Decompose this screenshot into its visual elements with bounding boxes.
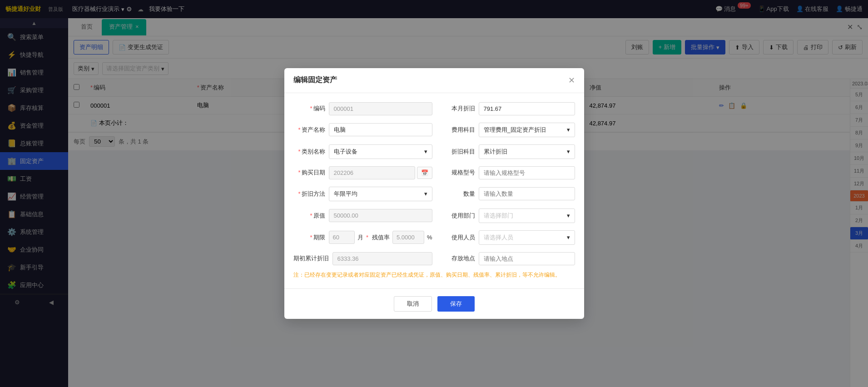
monthly-dep-input[interactable] bbox=[479, 102, 575, 115]
code-label: *编码 bbox=[293, 104, 325, 113]
form-item-period: *期限 月 * 残值率 % bbox=[293, 230, 432, 245]
opening-dep-label: 期初累计折旧 bbox=[293, 254, 329, 263]
original-value-input[interactable] bbox=[329, 209, 432, 222]
user-select[interactable]: 请选择人员 ▾ bbox=[479, 230, 575, 245]
chevron-down-icon: ▾ bbox=[567, 148, 570, 155]
form-item-asset-name: *资产名称 bbox=[293, 123, 432, 137]
form-item-user: 使用人员 请选择人员 ▾ bbox=[443, 230, 575, 245]
period-label: *期限 bbox=[293, 233, 325, 242]
modal-title: 编辑固定资产 bbox=[293, 75, 337, 85]
location-input[interactable] bbox=[479, 252, 575, 265]
purchase-date-label: *购买日期 bbox=[293, 169, 325, 177]
quantity-label: 数量 bbox=[443, 190, 475, 198]
chevron-down-icon: ▾ bbox=[567, 212, 570, 219]
asset-name-input[interactable] bbox=[329, 123, 432, 136]
chevron-down-icon: ▾ bbox=[567, 234, 570, 241]
cancel-btn[interactable]: 取消 bbox=[394, 296, 432, 312]
expense-subject-label: 费用科目 bbox=[443, 126, 475, 134]
dept-select[interactable]: 请选择部门 ▾ bbox=[479, 208, 575, 223]
modal-note: 注：已经存在变更记录或者对应固定资产已经生成凭证，原值、购买日期、残值率、累计折… bbox=[293, 271, 575, 279]
original-value-label: *原值 bbox=[293, 212, 325, 220]
dep-subject-label: 折旧科目 bbox=[443, 148, 475, 156]
quantity-input[interactable] bbox=[479, 187, 575, 200]
form-item-code: *编码 bbox=[293, 102, 432, 115]
form-item-quantity: 数量 bbox=[443, 187, 575, 201]
modal-footer: 取消 保存 bbox=[284, 288, 584, 319]
save-btn[interactable]: 保存 bbox=[437, 296, 475, 312]
dept-label: 使用部门 bbox=[443, 212, 475, 220]
residual-rate-input[interactable] bbox=[392, 231, 424, 244]
spec-input[interactable] bbox=[479, 166, 575, 179]
monthly-dep-label: 本月折旧 bbox=[443, 104, 475, 113]
dep-subject-select[interactable]: 累计折旧 ▾ bbox=[479, 144, 575, 159]
form-item-monthly-dep: 本月折旧 bbox=[443, 102, 575, 115]
form-item-location: 存放地点 bbox=[443, 252, 575, 265]
form-item-spec: 规格型号 bbox=[443, 166, 575, 179]
form-item-dep-subject: 折旧科目 累计折旧 ▾ bbox=[443, 144, 575, 159]
dep-method-label: *折旧方法 bbox=[293, 190, 325, 198]
form-item-purchase-date: *购买日期 📅 bbox=[293, 166, 432, 179]
expense-subject-select[interactable]: 管理费用_固定资产折旧 ▾ bbox=[479, 123, 575, 137]
form-grid: *编码 本月折旧 *资产名称 费用科目 bbox=[293, 102, 575, 265]
user-label: 使用人员 bbox=[443, 233, 475, 242]
calendar-icon[interactable]: 📅 bbox=[417, 167, 432, 179]
location-label: 存放地点 bbox=[443, 254, 475, 263]
code-input[interactable] bbox=[329, 102, 432, 115]
spec-label: 规格型号 bbox=[443, 169, 475, 177]
form-item-category: *类别名称 电子设备 ▾ bbox=[293, 144, 432, 159]
period-input[interactable] bbox=[329, 231, 355, 244]
chevron-down-icon: ▾ bbox=[424, 148, 427, 155]
purchase-date-input[interactable] bbox=[329, 166, 415, 179]
period-group: 月 * 残值率 % bbox=[329, 231, 432, 244]
edit-asset-modal: 编辑固定资产 ✕ *编码 本月折旧 bbox=[284, 68, 584, 319]
dep-method-select[interactable]: 年限平均 ▾ bbox=[329, 187, 432, 201]
form-item-original-value: *原值 bbox=[293, 208, 432, 223]
category-name-label: *类别名称 bbox=[293, 148, 325, 156]
modal-close-btn[interactable]: ✕ bbox=[568, 75, 575, 85]
form-item-opening-dep: 期初累计折旧 bbox=[293, 252, 432, 265]
chevron-down-icon: ▾ bbox=[567, 126, 570, 133]
opening-dep-input[interactable] bbox=[332, 252, 432, 265]
asset-name-label: *资产名称 bbox=[293, 126, 325, 134]
form-item-dep-method: *折旧方法 年限平均 ▾ bbox=[293, 187, 432, 201]
modal-header: 编辑固定资产 ✕ bbox=[284, 68, 584, 93]
modal-body: *编码 本月折旧 *资产名称 费用科目 bbox=[284, 93, 584, 288]
form-item-dept: 使用部门 请选择部门 ▾ bbox=[443, 208, 575, 223]
modal-overlay: 编辑固定资产 ✕ *编码 本月折旧 bbox=[0, 0, 868, 387]
category-select[interactable]: 电子设备 ▾ bbox=[329, 144, 432, 159]
form-item-expense-subject: 费用科目 管理费用_固定资产折旧 ▾ bbox=[443, 123, 575, 137]
chevron-down-icon: ▾ bbox=[424, 190, 427, 197]
